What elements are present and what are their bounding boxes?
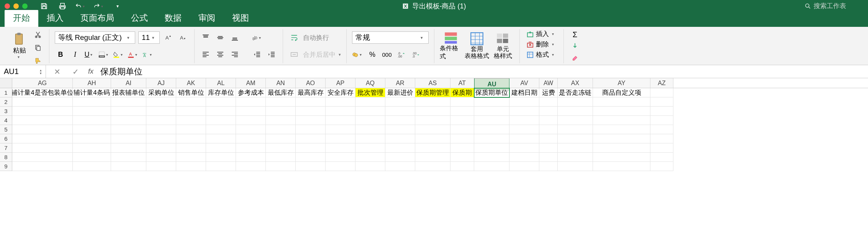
cell-AX2[interactable]	[558, 97, 593, 107]
cell-AS6[interactable]	[415, 134, 450, 143]
minimize-window[interactable]	[13, 3, 19, 9]
cell-AQ9[interactable]	[355, 162, 385, 171]
cell-AG6[interactable]	[12, 134, 73, 143]
cell-AJ5[interactable]	[146, 125, 176, 134]
row-header-6[interactable]: 6	[0, 134, 12, 143]
align-middle-button[interactable]	[215, 32, 226, 43]
cell-AY2[interactable]	[593, 97, 650, 107]
cell-AY4[interactable]	[593, 116, 650, 125]
cell-AI7[interactable]	[111, 143, 146, 153]
cell-AY7[interactable]	[593, 143, 650, 153]
tab-数据[interactable]: 数据	[156, 10, 190, 27]
col-header-AK[interactable]: AK	[176, 78, 206, 88]
cell-AO1[interactable]: 最高库存	[296, 88, 326, 97]
cell-AJ6[interactable]	[146, 134, 176, 143]
cell-AW8[interactable]	[539, 153, 558, 162]
cell-AK9[interactable]	[176, 162, 206, 171]
col-header-AN[interactable]: AN	[266, 78, 296, 88]
cell-AU6[interactable]	[474, 134, 509, 143]
tab-插入[interactable]: 插入	[38, 10, 72, 27]
cell-AH5[interactable]	[73, 125, 111, 134]
cell-AS9[interactable]	[415, 162, 450, 171]
cell-AN7[interactable]	[266, 143, 296, 153]
cell-AO2[interactable]	[296, 97, 326, 107]
cell-AS7[interactable]	[415, 143, 450, 153]
italic-button[interactable]: I	[69, 49, 81, 60]
align-center-button[interactable]	[215, 49, 226, 60]
cell-AY6[interactable]	[593, 134, 650, 143]
col-header-AQ[interactable]: AQ	[355, 78, 385, 88]
cell-AS8[interactable]	[415, 153, 450, 162]
cell-AR9[interactable]	[385, 162, 415, 171]
cell-AN1[interactable]: 最低库存	[266, 88, 296, 97]
increase-font-button[interactable]: A▴	[163, 32, 174, 43]
cell-AH1[interactable]: 辅计量4条码	[73, 88, 111, 97]
font-color-button[interactable]: A▾	[128, 49, 139, 60]
cell-AP2[interactable]	[326, 97, 355, 107]
cell-AO3[interactable]	[296, 107, 326, 116]
decrease-indent-button[interactable]	[251, 49, 263, 60]
cell-AQ2[interactable]	[355, 97, 385, 107]
cell-AK4[interactable]	[176, 116, 206, 125]
cell-AM2[interactable]	[236, 97, 266, 107]
cell-AP5[interactable]	[326, 125, 355, 134]
font-name-select[interactable]: 等线 Regular (正文)▾	[55, 31, 135, 44]
phonetic-button[interactable]: abcA▾	[142, 49, 154, 60]
cell-AO8[interactable]	[296, 153, 326, 162]
cell-AW2[interactable]	[539, 97, 558, 107]
cell-AV1[interactable]: 建档日期	[509, 88, 539, 97]
cell-AR5[interactable]	[385, 125, 415, 134]
cell-AK7[interactable]	[176, 143, 206, 153]
cell-AO9[interactable]	[296, 162, 326, 171]
decrease-font-button[interactable]: A▾	[177, 32, 189, 43]
cell-AH6[interactable]	[73, 134, 111, 143]
cell-AX6[interactable]	[558, 134, 593, 143]
cell-AH2[interactable]	[73, 97, 111, 107]
cell-AG8[interactable]	[12, 153, 73, 162]
cell-AY3[interactable]	[593, 107, 650, 116]
increase-indent-button[interactable]	[266, 49, 277, 60]
col-header-AM[interactable]: AM	[236, 78, 266, 88]
align-left-button[interactable]	[200, 49, 211, 60]
formula-input[interactable]	[100, 67, 863, 77]
cell-AR6[interactable]	[385, 134, 415, 143]
cell-AT4[interactable]	[450, 116, 474, 125]
cell-AX9[interactable]	[558, 162, 593, 171]
cell-AQ5[interactable]	[355, 125, 385, 134]
cell-AM8[interactable]	[236, 153, 266, 162]
cell-AK3[interactable]	[176, 107, 206, 116]
cell-AZ7[interactable]	[650, 143, 673, 153]
cell-AS5[interactable]	[415, 125, 450, 134]
cell-AG5[interactable]	[12, 125, 73, 134]
cell-AY8[interactable]	[593, 153, 650, 162]
cell-AP4[interactable]	[326, 116, 355, 125]
cell-AJ3[interactable]	[146, 107, 176, 116]
cell-AX5[interactable]	[558, 125, 593, 134]
cell-AM9[interactable]	[236, 162, 266, 171]
cell-AT8[interactable]	[450, 153, 474, 162]
cell-AM5[interactable]	[236, 125, 266, 134]
cell-AR4[interactable]	[385, 116, 415, 125]
cell-AG3[interactable]	[12, 107, 73, 116]
cell-AT2[interactable]	[450, 97, 474, 107]
cell-AX1[interactable]: 是否走冻链	[558, 88, 593, 97]
cell-AG4[interactable]	[12, 116, 73, 125]
fx-icon[interactable]: fx	[88, 67, 93, 76]
cell-AY9[interactable]	[593, 162, 650, 171]
close-window[interactable]	[5, 3, 10, 9]
cell-AO6[interactable]	[296, 134, 326, 143]
cell-AX7[interactable]	[558, 143, 593, 153]
row-header-5[interactable]: 5	[0, 125, 12, 134]
cell-AR7[interactable]	[385, 143, 415, 153]
cell-AZ3[interactable]	[650, 107, 673, 116]
cell-AZ2[interactable]	[650, 97, 673, 107]
cell-AV2[interactable]	[509, 97, 539, 107]
cell-AM7[interactable]	[236, 143, 266, 153]
cell-AL4[interactable]	[206, 116, 236, 125]
cell-AU5[interactable]	[474, 125, 509, 134]
row-header-8[interactable]: 8	[0, 153, 12, 162]
cell-AP3[interactable]	[326, 107, 355, 116]
number-format-select[interactable]: 常规▾	[352, 31, 429, 44]
cell-AS3[interactable]	[415, 107, 450, 116]
cell-AN8[interactable]	[266, 153, 296, 162]
